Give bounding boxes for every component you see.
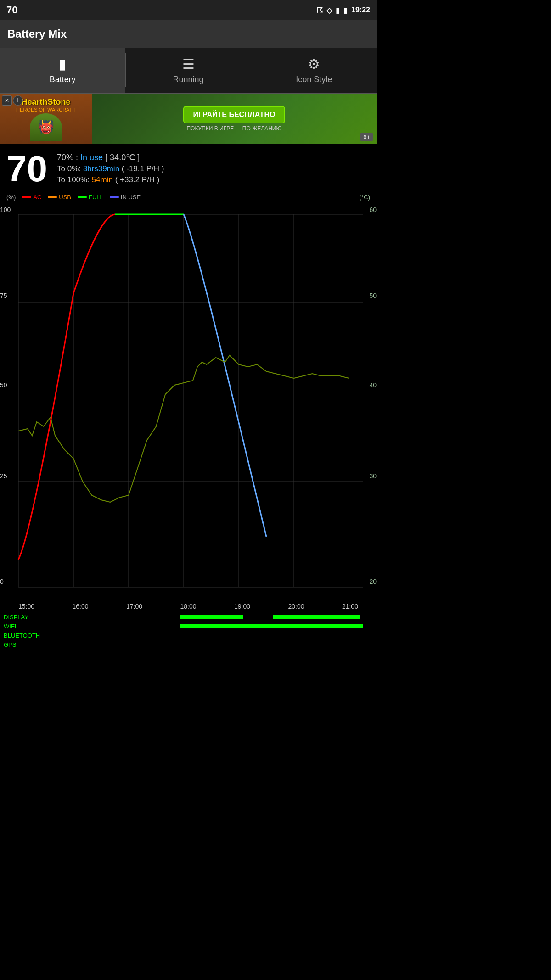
icon-style-tab-icon: ⚙ bbox=[308, 56, 320, 72]
activity-wifi-track bbox=[41, 624, 373, 628]
app-title: Battery Mix bbox=[7, 28, 67, 40]
to-zero-rate: ( -19.1 P/H ) bbox=[122, 164, 164, 173]
ad-sub-text: ПОКУПКИ В ИГРЕ — ПО ЖЕЛАНИЮ bbox=[186, 125, 281, 132]
legend-usb: USB bbox=[48, 194, 71, 201]
battery-chart: 100 75 50 25 0 60 50 40 30 20 bbox=[0, 202, 377, 601]
x-label-1800: 18:00 bbox=[180, 603, 196, 610]
x-label-1600: 16:00 bbox=[72, 603, 88, 610]
battery-temperature: [ 34.0℃ ] bbox=[105, 153, 140, 162]
legend-pct-label: (%) bbox=[6, 194, 16, 201]
ad-game-subtitle: HEROES OF WARCRAFT bbox=[16, 107, 76, 112]
tab-icon-style-label: Icon Style bbox=[296, 75, 332, 84]
headphones-icon: ☈ bbox=[316, 6, 323, 15]
activity-wifi: WIFI bbox=[0, 622, 377, 630]
activity-gps-track bbox=[41, 643, 373, 646]
battery-percent-label: 70% bbox=[57, 153, 73, 162]
battery-line3: To 100%: 54min ( +33.2 P/H ) bbox=[57, 175, 370, 185]
status-bar: 70 ☈ ◇ ▮ ▮ 19:22 bbox=[0, 0, 377, 20]
to-full-rate: ( +33.2 P/H ) bbox=[115, 175, 160, 184]
x-label-1500: 15:00 bbox=[18, 603, 34, 610]
no-sim-icon: ▮ bbox=[336, 6, 340, 15]
status-time: 19:22 bbox=[351, 6, 370, 14]
battery-status-section: 70 70% : In use [ 34.0℃ ] To 0%: 3hrs39m… bbox=[0, 144, 377, 192]
x-label-1900: 19:00 bbox=[234, 603, 250, 610]
battery-line2: To 0%: 3hrs39min ( -19.1 P/H ) bbox=[57, 164, 370, 174]
activity-wifi-label: WIFI bbox=[0, 623, 41, 630]
tab-icon-style[interactable]: ⚙ Icon Style bbox=[251, 48, 377, 93]
running-tab-icon: ☰ bbox=[182, 56, 195, 72]
tab-running[interactable]: ☰ Running bbox=[126, 48, 251, 93]
x-label-1700: 17:00 bbox=[126, 603, 142, 610]
ad-banner[interactable]: ✕ i HearthStone HEROES OF WARCRAFT 👹 ИГР… bbox=[0, 94, 377, 144]
legend-ac-label: AC bbox=[33, 194, 41, 201]
ad-content: ИГРАЙТЕ БЕСПЛАТНО ПОКУПКИ В ИГРЕ — ПО ЖЕ… bbox=[92, 102, 377, 135]
to-zero-time: 3hrs39min bbox=[83, 164, 119, 173]
activity-display-track bbox=[41, 615, 373, 619]
ad-play-button[interactable]: ИГРАЙТЕ БЕСПЛАТНО bbox=[183, 106, 286, 123]
battery-tab-icon: ▮ bbox=[59, 56, 67, 72]
legend-in-use-label: IN USE bbox=[121, 194, 141, 201]
chart-svg bbox=[0, 202, 377, 601]
activity-bluetooth: BLUETOOTH bbox=[0, 631, 377, 639]
legend-full: FULL bbox=[78, 194, 103, 201]
battery-details: 70% : In use [ 34.0℃ ] To 0%: 3hrs39min … bbox=[57, 149, 370, 185]
x-label-2100: 21:00 bbox=[342, 603, 358, 610]
legend-usb-label: USB bbox=[59, 194, 71, 201]
tab-battery[interactable]: ▮ Battery bbox=[0, 48, 125, 93]
wifi-icon: ◇ bbox=[326, 6, 332, 15]
status-battery-level: 70 bbox=[6, 4, 17, 16]
tab-running-label: Running bbox=[173, 75, 203, 84]
activity-gps: GPS bbox=[0, 640, 377, 649]
battery-icon: ▮ bbox=[343, 6, 348, 15]
activity-gps-label: GPS bbox=[0, 641, 41, 648]
to-zero-label: To 0%: bbox=[57, 164, 81, 173]
activity-bluetooth-label: BLUETOOTH bbox=[0, 632, 41, 639]
tab-battery-label: Battery bbox=[50, 75, 76, 84]
legend-full-label: FULL bbox=[89, 194, 103, 201]
activity-bars: DISPLAY WIFI BLUETOOTH GPS bbox=[0, 612, 377, 650]
activity-bluetooth-track bbox=[41, 633, 373, 637]
ad-game-title: HearthStone bbox=[21, 97, 70, 107]
ad-close-button[interactable]: ✕ bbox=[2, 95, 12, 106]
title-bar: Battery Mix bbox=[0, 20, 377, 48]
tab-bar: ▮ Battery ☰ Running ⚙ Icon Style bbox=[0, 48, 377, 94]
battery-status-label: In use bbox=[80, 153, 103, 162]
battery-percent-large: 70 bbox=[6, 149, 52, 187]
legend-temp-label: (°C) bbox=[360, 194, 370, 201]
activity-display-label: DISPLAY bbox=[0, 614, 41, 621]
ad-rating: 6+ bbox=[360, 133, 373, 141]
x-label-2000: 20:00 bbox=[288, 603, 304, 610]
to-full-label: To 100%: bbox=[57, 175, 90, 184]
legend-in-use: IN USE bbox=[110, 194, 141, 201]
chart-legend: (%) AC USB FULL IN USE (°C) bbox=[0, 192, 377, 202]
ad-info-button[interactable]: i bbox=[13, 95, 23, 106]
activity-display: DISPLAY bbox=[0, 613, 377, 621]
battery-line1: 70% : In use [ 34.0℃ ] bbox=[57, 152, 370, 162]
to-full-time: 54min bbox=[92, 175, 113, 184]
legend-ac: AC bbox=[22, 194, 41, 201]
chart-x-axis: 15:00 16:00 17:00 18:00 19:00 20:00 21:0… bbox=[0, 601, 377, 612]
status-icons: ☈ ◇ ▮ ▮ 19:22 bbox=[316, 6, 370, 15]
